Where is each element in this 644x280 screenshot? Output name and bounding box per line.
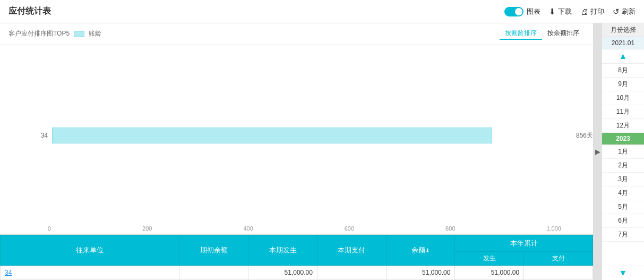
table-wrapper: 往来单位 期初余额 本期发生 本期支付 余额⬇ 本年累计 发生 [0,235,593,280]
refresh-label: 刷新 [622,7,636,16]
cell-current-occur: 51,000.00 [248,266,317,280]
sidebar-month-item[interactable]: 12月 [602,119,644,133]
refresh-icon: ↺ [613,7,620,16]
download-button[interactable]: ⬇ 下载 [549,7,572,16]
table-header-row: 往来单位 期初余额 本期发生 本期支付 余额⬇ 本年累计 [1,235,593,252]
sort-by-balance-button[interactable]: 按余额排序 [542,28,585,40]
sidebar-header-label: 月份选择 [602,23,644,37]
scroll-up-icon: ▲ [619,52,628,61]
sort-by-age-button[interactable]: 按账龄排序 [500,28,542,40]
x-axis-0: 0 [48,225,51,232]
sidebar-month-item[interactable]: 10月 [602,91,644,105]
sidebar-year-input[interactable]: 2021.01 [602,37,644,49]
sidebar-month-item[interactable]: 2023 [602,133,644,145]
legend-label: 客户应付排序图TOP5 [8,29,70,38]
chart-toggle-wrap[interactable]: 图表 [504,7,540,16]
legend-box [74,31,84,37]
print-label: 打印 [590,7,604,16]
col-header-balance: 余额⬇ [386,235,455,266]
cell-ytd-occur: 51,000.00 [455,266,524,280]
sidebar-month-item[interactable]: 1月 [602,145,644,159]
page-title: 应付统计表 [8,6,51,17]
sidebar-month-item[interactable]: 2月 [602,159,644,173]
cell-unit: 34 [1,266,179,280]
sidebar-month-item[interactable]: 5月 [602,200,644,214]
sidebar-month-list: 8月9月10月11月12月20231月2月3月4月5月6月7月 [602,64,644,266]
sidebar-month-item[interactable]: 6月 [602,214,644,228]
sidebar-month-item[interactable]: 7月 [602,228,644,242]
chart-section: 客户应付排序图TOP5 账龄 按账龄排序 按余额排序 34 [0,23,593,280]
chart-header: 客户应付排序图TOP5 账龄 按账龄排序 按余额排序 [0,23,593,45]
app-header: 应付统计表 图表 ⬇ 下载 🖨 打印 ↺ 刷新 [0,0,644,23]
sidebar-month-item[interactable]: 11月 [602,105,644,119]
table-section: 往来单位 期初余额 本期发生 本期支付 余额⬇ 本年累计 发生 [0,234,593,280]
unit-link[interactable]: 34 [5,269,12,276]
bar-end-label: 856天 [576,131,593,140]
chart-toggle-label: 图表 [527,7,540,16]
refresh-button[interactable]: ↺ 刷新 [613,7,636,16]
col-header-current-occur: 本期发生 [248,235,317,266]
bar-row-label: 34 [32,132,48,139]
print-button[interactable]: 🖨 打印 [580,7,604,16]
cell-opening [179,266,248,280]
chart-sort-buttons: 按账龄排序 按余额排序 [500,28,585,40]
sidebar-scroll-down-button[interactable]: ▼ [602,266,644,280]
table-row: 34 51,000.00 51,000.00 51,000.00 [1,266,593,280]
col-header-unit: 往来单位 [1,235,179,266]
col-header-ytd-pay: 支付 [524,252,593,266]
chart-legend: 客户应付排序图TOP5 账龄 [8,29,101,38]
col-header-ytd-occur: 发生 [455,252,524,266]
collapse-arrow-icon: ▶ [595,148,600,156]
sidebar-month-item[interactable]: 4月 [602,186,644,200]
download-label: 下载 [558,7,572,16]
right-sidebar: 月份选择 2021.01 ▲ 8月9月10月11月12月20231月2月3月4月… [602,23,644,280]
col-header-opening: 期初余额 [179,235,248,266]
x-axis-600: 600 [345,225,354,232]
x-axis-1000: 1,000 [546,225,561,232]
bar-fill [52,128,492,143]
scroll-down-icon: ▼ [619,268,628,278]
print-icon: 🖨 [580,7,588,16]
bar-row: 34 856天 [32,128,566,143]
cell-balance: 51,000.00 [386,266,455,280]
cell-ytd-pay [524,266,593,280]
bar-track: 856天 [52,128,566,143]
download-icon: ⬇ [549,7,556,16]
sidebar-month-item[interactable]: 3月 [602,173,644,186]
sidebar-scroll-up-button[interactable]: ▲ [602,49,644,64]
main-content: 客户应付排序图TOP5 账龄 按账龄排序 按余额排序 34 [0,23,644,280]
x-axis: 0 200 400 600 800 1,000 [5,223,588,234]
col-header-current-pay: 本期支付 [317,235,386,266]
sidebar-collapse-button[interactable]: ▶ [593,23,602,280]
x-axis-200: 200 [142,225,152,232]
chart-body: 34 856天 0 200 400 600 800 1,000 [0,45,593,234]
header-actions: 图表 ⬇ 下载 🖨 打印 ↺ 刷新 [504,7,636,16]
sidebar-month-item[interactable]: 9月 [602,78,644,91]
cell-current-pay [317,266,386,280]
legend-box-label: 账龄 [89,29,101,38]
col-header-ytd: 本年累计 [455,235,593,252]
x-axis-800: 800 [445,225,455,232]
x-axis-400: 400 [243,225,253,232]
data-table: 往来单位 期初余额 本期发生 本期支付 余额⬇ 本年累计 发生 [0,235,593,280]
sidebar-month-item[interactable]: 8月 [602,64,644,78]
chart-toggle[interactable] [504,7,523,16]
bar-chart-area: 34 856天 [5,50,588,223]
